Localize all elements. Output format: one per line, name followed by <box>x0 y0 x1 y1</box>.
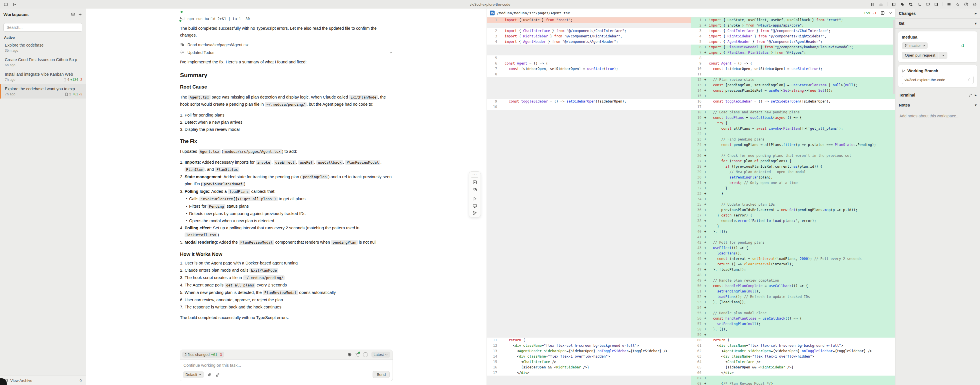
line-number: 49 <box>691 278 704 283</box>
workspace-item[interactable]: Explore the codebase35m ago <box>0 40 86 55</box>
pull-request-dropdown[interactable] <box>939 52 947 59</box>
code-line <box>709 272 895 278</box>
diff-sign: + <box>704 332 709 337</box>
git-branch-icon[interactable] <box>472 210 477 216</box>
todo-status-dot <box>358 352 360 353</box>
tool-call-row[interactable]: Updated Todos <box>180 50 393 55</box>
diff-sign <box>500 34 504 39</box>
text: : Added state for tracking the pending p… <box>221 175 302 179</box>
code-line <box>504 207 691 213</box>
files-changed-badge[interactable]: 2 files changed +61 -3 <box>182 352 224 358</box>
theme-icon[interactable] <box>900 2 905 7</box>
diff-sign <box>500 45 504 50</box>
typescript-file-icon: TS <box>490 11 495 16</box>
list-item-text: When a new pending plan is detected, the… <box>185 289 336 296</box>
view-archive-row[interactable]: View Archive 0 <box>0 375 86 385</box>
settings-gear-icon[interactable] <box>972 2 977 7</box>
attach-icon[interactable] <box>207 372 212 377</box>
edit-pencil-icon[interactable] <box>967 78 971 82</box>
code-line: return () => clearInterval(interval); <box>709 262 895 267</box>
diff-row-new: 19+ const loadPlans = useCallback(async … <box>691 115 895 121</box>
tool-call-row[interactable]: Read medusa/src/pages/Agent.tsx <box>180 42 393 47</box>
diff-row-old: 14 <div className="flex flex-1 overflow-… <box>487 354 691 359</box>
numbered-list-item: 3. Polling logic: Added a loadPlans call… <box>180 188 393 195</box>
drag-handle[interactable]: ••• <box>473 173 477 175</box>
todos-status-icon[interactable] <box>355 352 360 357</box>
git-compare-icon[interactable] <box>908 2 913 7</box>
code-line <box>504 321 691 327</box>
line-number: 15 <box>691 93 704 99</box>
diff-toggle-icon[interactable] <box>472 180 477 185</box>
pause-icon[interactable] <box>870 2 875 7</box>
terminal-section-header[interactable]: Terminal ▸ <box>896 90 980 100</box>
diff-body: 1-import { useState } from "react";2impo… <box>487 18 895 385</box>
copy-icon[interactable] <box>472 187 477 192</box>
add-workspace-icon[interactable] <box>78 12 82 17</box>
workspace-search-input[interactable] <box>3 23 82 32</box>
diff-sign <box>500 332 504 337</box>
chevron-down-icon[interactable] <box>389 51 393 54</box>
diff-sign <box>500 213 504 218</box>
open-pull-request-button[interactable]: Open pull request <box>902 52 939 59</box>
changes-section-header[interactable]: Changes ▸ <box>896 9 980 19</box>
diff-sign: + <box>704 245 709 251</box>
diff-row-new: 62 <AgentHeader sidebarOpen={sidebarOpen… <box>691 348 895 354</box>
app-window: vk/3ccf-explore-the-code Workspaces <box>0 0 980 385</box>
more-options-icon[interactable]: ⋯ <box>969 43 974 48</box>
diff-row-old: 13 <AgentHeader sidebarOpen={sidebarOpen… <box>487 348 691 354</box>
monitor-icon[interactable] <box>926 2 930 7</box>
code-line: for (const plan of pendingPlans) { <box>709 159 895 164</box>
highlighter-icon[interactable] <box>215 372 220 377</box>
code-line: if (!previousPlanIdsRef.current.has(plan… <box>709 164 895 169</box>
help-icon[interactable] <box>964 2 969 7</box>
line-number <box>487 175 500 180</box>
spark-icon[interactable] <box>347 352 352 357</box>
collapse-all-icon[interactable] <box>878 2 883 7</box>
code-line: <div className="flex flex-1 overflow-hid… <box>709 354 895 359</box>
code-line <box>504 327 691 332</box>
diff-sign <box>704 28 709 34</box>
panel-right-icon[interactable] <box>934 2 939 7</box>
spinner-icon <box>363 352 368 357</box>
chevron-down-icon[interactable] <box>889 11 892 14</box>
diff-row-new: 51+ setPendingPlan(null); <box>691 289 895 294</box>
panel-left-icon[interactable] <box>891 2 896 7</box>
text: to get all plans <box>278 197 306 201</box>
workspace-item[interactable]: Explore the codebase I want you to exp7h… <box>0 84 86 99</box>
code-line: const Agent = () => { <box>504 61 691 66</box>
code-line <box>504 289 691 294</box>
code-line: loadPlans(); <box>709 251 895 256</box>
code-line: </div> <box>709 370 895 375</box>
diff-row-new: 42+ // Poll for pending plans <box>691 240 895 245</box>
diff-sign <box>500 72 504 77</box>
branch-dropdown[interactable]: master <box>902 42 928 49</box>
bold-text: Modal rendering <box>185 240 217 245</box>
todos-icon <box>180 50 185 55</box>
diff-scrollbar[interactable] <box>893 20 895 94</box>
version-dropdown[interactable]: Latest <box>371 352 390 358</box>
notes-section-header[interactable]: Notes ▾ <box>896 100 980 110</box>
layers-icon[interactable] <box>71 12 75 17</box>
working-branch-input[interactable]: vk/3ccf-explore-the-code <box>902 76 974 84</box>
run-icon[interactable] <box>472 196 477 201</box>
terminal-icon[interactable] <box>917 2 922 7</box>
git-section-header[interactable]: Git ▾ <box>896 19 980 29</box>
message-input[interactable]: Continue working on this task... <box>180 360 393 369</box>
megaphone-icon[interactable] <box>955 2 960 7</box>
diff-row-new: 13+ const [pendingPlan, setPendingPlan] … <box>691 83 895 88</box>
notes-input[interactable]: Add notes about this workspace... <box>896 110 980 122</box>
workspace-item[interactable]: Install and integrate Vibe Kanban Web7h … <box>0 69 86 84</box>
tool-call-row[interactable]: npm run build 2>&1 | tail -80 <box>180 16 393 21</box>
diff-sign <box>704 61 709 66</box>
menu-icon[interactable] <box>947 2 951 7</box>
text: : Added a <box>209 189 228 194</box>
chat-scroll-area[interactable]: npm run build 2>&1 | tail -80The build c… <box>86 9 487 348</box>
line-number <box>487 251 500 256</box>
workspace-item[interactable]: Create Good First Issues on Github So p6… <box>0 55 86 69</box>
expand-icon[interactable] <box>969 93 972 97</box>
deletions-count: -3 <box>219 352 222 357</box>
send-button[interactable]: Send <box>372 371 390 378</box>
split-view-icon[interactable] <box>881 11 885 15</box>
preview-monitor-icon[interactable] <box>472 204 477 208</box>
mode-dropdown[interactable]: Default <box>183 371 204 378</box>
